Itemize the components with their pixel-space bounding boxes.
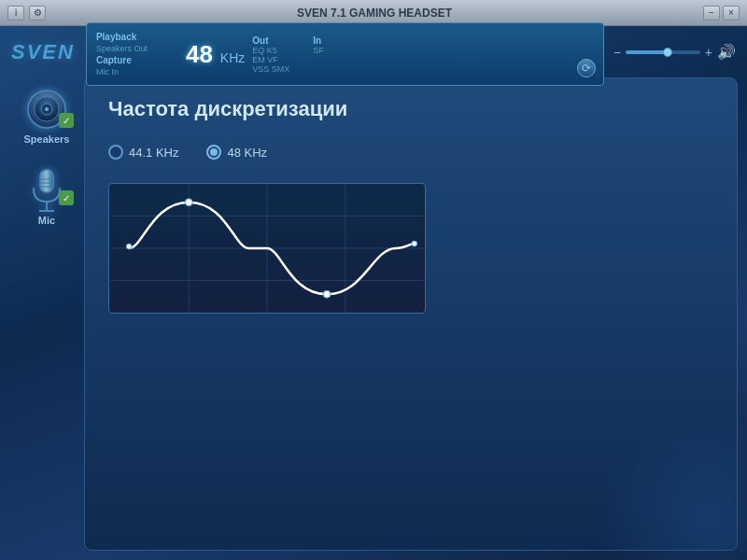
top-bar: SVEN Playback Speakers Out Capture Mic I…	[0, 26, 747, 77]
device-labels: Playback Speakers Out Capture Mic In	[96, 32, 171, 77]
svg-point-19	[412, 241, 417, 246]
sample-rate-radio-group: 44.1 KHz 48 KHz	[108, 145, 713, 160]
out-tags-1: EQ K5	[252, 46, 289, 55]
out-label: Out	[252, 35, 289, 46]
frequency-value: 48	[186, 40, 213, 69]
in-col: In SF	[313, 35, 324, 74]
device-sidebar: ✓ Speakers	[9, 77, 84, 551]
speakers-out-label: Speakers Out	[96, 44, 171, 53]
mic-device-item[interactable]: ✓ Mic	[24, 168, 69, 226]
out-col: Out EQ K5 EM VF VSS SMX	[252, 35, 289, 74]
in-label: In	[313, 35, 324, 46]
frequency-unit: KHz	[220, 50, 245, 65]
sven-logo: SVEN	[11, 40, 75, 64]
waveform-display	[108, 183, 426, 314]
radio-48-circle	[206, 145, 221, 160]
volume-slider[interactable]	[626, 50, 700, 54]
info-panel: Playback Speakers Out Capture Mic In 48 …	[86, 22, 604, 86]
panel-title: Частота дискретизации	[108, 97, 713, 121]
volume-thumb	[663, 48, 672, 57]
refresh-icon[interactable]	[577, 59, 596, 77]
mic-in-label: Mic In	[96, 67, 171, 77]
volume-control: − + 🔊	[613, 43, 736, 61]
volume-icon: 🔊	[717, 43, 736, 61]
mode-tags: Out EQ K5 EM VF VSS SMX In SF	[252, 35, 324, 74]
volume-down-button[interactable]: −	[613, 45, 621, 60]
svg-point-17	[323, 290, 331, 298]
radio-441-circle	[108, 145, 123, 160]
minimize-button[interactable]: −	[703, 6, 720, 21]
radio-441khz[interactable]: 44.1 KHz	[108, 145, 178, 160]
out-tags-2: EM VF	[252, 55, 289, 64]
volume-up-button[interactable]: +	[705, 45, 712, 60]
speakers-label: Speakers	[24, 133, 70, 145]
capture-label: Capture	[96, 55, 171, 65]
waveform-svg	[109, 184, 425, 313]
radio-48khz[interactable]: 48 KHz	[206, 145, 267, 160]
svg-point-18	[126, 244, 132, 249]
in-tags: SF	[313, 46, 324, 55]
svg-rect-4	[40, 170, 53, 192]
content-area: ✓ Speakers	[0, 77, 747, 560]
info-button[interactable]: i	[7, 6, 24, 21]
playback-label: Playback	[96, 32, 171, 42]
close-button[interactable]: ×	[723, 6, 740, 21]
radio-48-dot	[210, 148, 218, 156]
mic-check-icon: ✓	[59, 190, 74, 205]
radio-441-label: 44.1 KHz	[129, 146, 178, 160]
app-container: SVEN Playback Speakers Out Capture Mic I…	[0, 26, 747, 560]
svg-point-16	[185, 199, 192, 206]
mic-label: Mic	[38, 215, 55, 226]
out-tags-3: VSS SMX	[252, 64, 289, 74]
window-title: SVEN 7.1 GAMING HEADSET	[46, 7, 703, 20]
main-panel: Частота дискретизации 44.1 KHz 48 KHz	[84, 77, 738, 551]
speakers-check-icon: ✓	[59, 113, 74, 128]
speakers-device-item[interactable]: ✓ Speakers	[24, 87, 70, 145]
svg-point-3	[45, 107, 49, 111]
radio-48-label: 48 KHz	[227, 146, 267, 160]
settings-button[interactable]: ⚙	[29, 6, 46, 21]
